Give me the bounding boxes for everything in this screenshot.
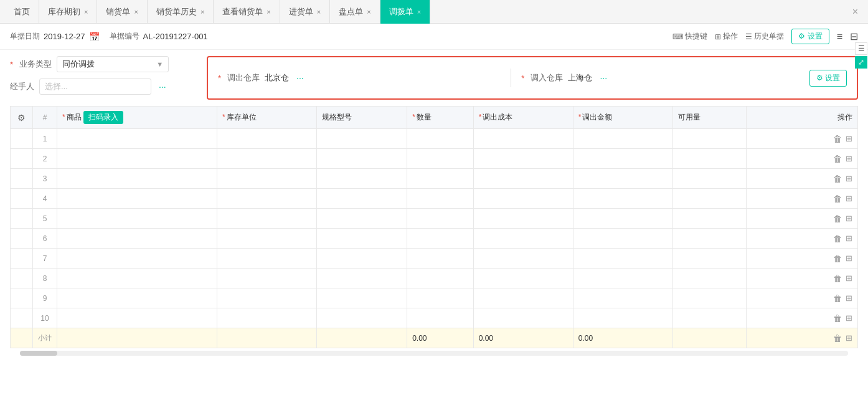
- tab-close-purchase[interactable]: ×: [317, 8, 321, 16]
- row-amount-cell: [573, 308, 672, 328]
- row-product-cell[interactable]: [57, 189, 217, 209]
- row-qty-cell[interactable]: [407, 249, 473, 269]
- subtotal-gear-cell: [11, 328, 33, 348]
- col-available: 可用量: [672, 107, 746, 129]
- row-del-icon[interactable]: 🗑: [833, 274, 842, 283]
- row-copy-icon[interactable]: ⊞: [846, 194, 852, 203]
- row-qty-cell[interactable]: [407, 189, 473, 209]
- sidebar-list-icon[interactable]: ☰: [855, 42, 867, 55]
- biz-type-select[interactable]: 同价调拨 ▼: [57, 56, 169, 72]
- row-num-cell: 1: [33, 129, 57, 149]
- row-cost-cell: [473, 169, 573, 189]
- handler-select[interactable]: 选择...: [39, 79, 151, 95]
- row-product-cell[interactable]: [57, 229, 217, 249]
- tab-sales-history[interactable]: 销货单历史 ×: [148, 0, 214, 24]
- operations-icon: ⊞: [715, 32, 721, 41]
- calendar-icon[interactable]: 📅: [89, 32, 100, 42]
- row-copy-icon[interactable]: ⊞: [846, 313, 852, 323]
- layout-icon[interactable]: ≡: [837, 31, 842, 42]
- tab-close-sales-order[interactable]: ×: [134, 8, 138, 16]
- row-product-cell[interactable]: [57, 249, 217, 269]
- tab-home[interactable]: 首页: [5, 0, 39, 24]
- tab-close-inventory-init[interactable]: ×: [84, 8, 88, 16]
- handler-more-btn[interactable]: ···: [159, 82, 166, 92]
- row-qty-cell[interactable]: [407, 229, 473, 249]
- scroll-bar[interactable]: [20, 351, 848, 356]
- tab-close-sales-history[interactable]: ×: [200, 8, 204, 16]
- subtotal-copy-icon[interactable]: ⊞: [846, 333, 852, 343]
- row-product-cell[interactable]: [57, 149, 217, 169]
- row-qty-cell[interactable]: [407, 269, 473, 288]
- row-qty-cell[interactable]: [407, 149, 473, 169]
- row-unit-cell: [217, 189, 316, 209]
- tab-stocktake[interactable]: 盘点单 ×: [330, 0, 380, 24]
- row-product-cell[interactable]: [57, 129, 217, 149]
- row-del-icon[interactable]: 🗑: [833, 313, 842, 323]
- row-num-cell: 7: [33, 249, 57, 269]
- row-copy-icon[interactable]: ⊞: [846, 154, 852, 163]
- row-del-icon[interactable]: 🗑: [833, 293, 842, 303]
- tab-close-stocktake[interactable]: ×: [367, 8, 370, 16]
- row-del-icon[interactable]: 🗑: [833, 214, 842, 224]
- tab-close-view-sales[interactable]: ×: [267, 8, 270, 16]
- tab-view-sales[interactable]: 查看销货单 ×: [214, 0, 280, 24]
- row-product-cell[interactable]: [57, 169, 217, 189]
- row-copy-icon[interactable]: ⊞: [846, 293, 852, 303]
- subtotal-del-icon[interactable]: 🗑: [833, 333, 842, 343]
- out-wh-more-btn[interactable]: ···: [296, 73, 304, 83]
- row-available-cell: [672, 149, 746, 169]
- row-del-icon[interactable]: 🗑: [833, 134, 842, 144]
- col-amount: *调出金额: [573, 107, 672, 129]
- row-amount-cell: [573, 288, 672, 308]
- row-copy-icon[interactable]: ⊞: [846, 214, 852, 223]
- row-qty-cell[interactable]: [407, 169, 473, 189]
- row-cost-cell: [473, 269, 573, 288]
- row-del-icon[interactable]: 🗑: [833, 154, 842, 164]
- tab-purchase[interactable]: 进货单 ×: [280, 0, 330, 24]
- history-btn[interactable]: ☰ 历史单据: [745, 31, 784, 42]
- row-del-icon[interactable]: 🗑: [833, 234, 842, 244]
- row-del-icon[interactable]: 🗑: [833, 194, 842, 204]
- in-wh-value: 上海仓: [568, 72, 592, 83]
- row-product-cell[interactable]: [57, 269, 217, 288]
- in-wh-more-btn[interactable]: ···: [600, 73, 607, 83]
- row-copy-icon[interactable]: ⊞: [846, 234, 852, 243]
- out-wh-label: 调出仓库: [227, 72, 260, 83]
- row-available-cell: [672, 269, 746, 288]
- table-gear-icon[interactable]: ⚙: [17, 113, 26, 123]
- gear-settings-button[interactable]: ⚙ 设置: [809, 70, 847, 87]
- row-product-cell[interactable]: [57, 209, 217, 229]
- tab-close-transfer[interactable]: ×: [417, 8, 421, 16]
- transfer-table: ⚙ # *商品 扫码录入 *库存单位 规格型号 *数量 *调出成本 *调出金额 …: [10, 106, 858, 348]
- row-cost-cell: [473, 209, 573, 229]
- row-qty-cell[interactable]: [407, 288, 473, 308]
- row-spec-cell: [317, 269, 407, 288]
- row-available-cell: [672, 209, 746, 229]
- shortcuts-btn[interactable]: ⌨ 快捷键: [672, 31, 707, 42]
- operations-btn[interactable]: ⊞ 操作: [715, 31, 738, 42]
- tab-sales-order[interactable]: 销货单 ×: [97, 0, 147, 24]
- row-amount-cell: [573, 129, 672, 149]
- row-product-cell[interactable]: [57, 308, 217, 328]
- row-product-cell[interactable]: [57, 288, 217, 308]
- row-copy-icon[interactable]: ⊞: [846, 174, 852, 183]
- close-all-tabs[interactable]: ×: [847, 6, 863, 17]
- row-copy-icon[interactable]: ⊞: [846, 274, 852, 283]
- scan-input-btn[interactable]: 扫码录入: [83, 111, 123, 124]
- row-del-icon[interactable]: 🗑: [833, 254, 842, 264]
- sidebar-expand-icon[interactable]: ⤢: [855, 56, 867, 69]
- tab-transfer[interactable]: 调拨单 ×: [380, 0, 430, 24]
- out-warehouse-group: * 调出仓库 北京仓 ···: [218, 72, 501, 83]
- row-copy-icon[interactable]: ⊞: [846, 254, 852, 263]
- row-qty-cell[interactable]: [407, 129, 473, 149]
- row-del-icon[interactable]: 🗑: [833, 174, 842, 184]
- row-copy-icon[interactable]: ⊞: [846, 134, 852, 143]
- row-cost-cell: [473, 229, 573, 249]
- tab-inventory-init[interactable]: 库存期初 ×: [39, 0, 97, 24]
- col-gear[interactable]: ⚙: [11, 107, 33, 129]
- row-qty-cell[interactable]: [407, 308, 473, 328]
- toolbar-right: ⌨ 快捷键 ⊞ 操作 ☰ 历史单据 ⚙ 设置 ≡ ⊟: [672, 29, 858, 44]
- row-qty-cell[interactable]: [407, 209, 473, 229]
- row-gear-cell: [11, 269, 33, 288]
- settings-button[interactable]: ⚙ 设置: [791, 29, 829, 44]
